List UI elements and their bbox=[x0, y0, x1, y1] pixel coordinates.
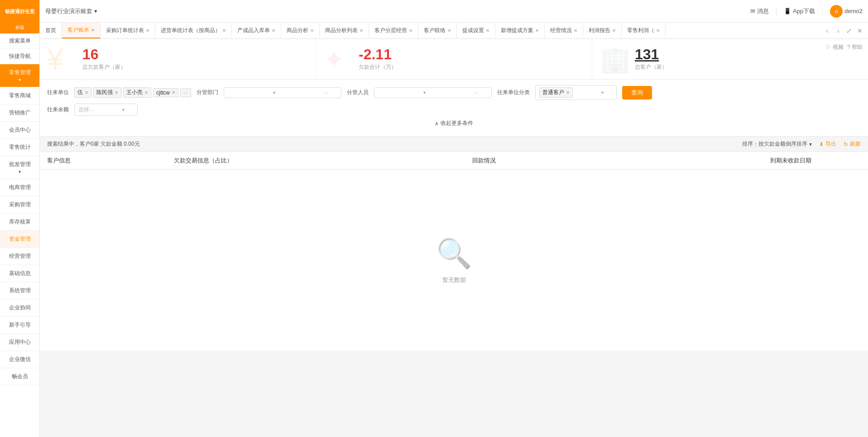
tab-expand[interactable]: ⤢ bbox=[844, 26, 854, 35]
tab-new-promotion[interactable]: 新增提成方案 ✕ bbox=[495, 23, 545, 38]
collapse-btn[interactable]: ∧ 收起更多条件 bbox=[47, 119, 861, 127]
tab-promotion-settings-label: 提成设置 bbox=[462, 27, 484, 34]
tab-purchase-order[interactable]: 采购订单统计表 ✕ bbox=[101, 23, 155, 38]
stat-money-bg-icon: ¥ bbox=[47, 43, 63, 76]
sidebar-item-fund-mgmt[interactable]: 资金管理 bbox=[0, 231, 39, 248]
sort-select[interactable]: 排序：按欠款金额倒序排序 ▾ bbox=[742, 140, 812, 148]
category-filter-select[interactable]: 普通客户 ✕ ▾ bbox=[535, 85, 617, 100]
dept-filter-select[interactable]: ▾ ··· bbox=[224, 87, 341, 98]
tab-close-all[interactable]: ✕ bbox=[855, 26, 864, 35]
sidebar-item-enterprise-coop[interactable]: 企业协同 bbox=[0, 299, 39, 317]
search-result-actions: 排序：按欠款金额倒序排序 ▾ ⬇ 导出 ↻ 刷新 bbox=[742, 140, 861, 148]
tab-customer-contact-close[interactable]: ✕ bbox=[447, 28, 451, 33]
help-btn[interactable]: ? 帮助 bbox=[847, 43, 863, 51]
category-tag-remove[interactable]: ✕ bbox=[566, 90, 570, 95]
unit-tag-wu-remove[interactable]: ✕ bbox=[85, 90, 88, 95]
sidebar: 畅捷通好生意 标版 搜索菜单 快捷导航 零售管理 ▾ 零售商城 营销推广 会员中… bbox=[0, 0, 40, 437]
tab-profit-report[interactable]: 利润报告 ✕ bbox=[583, 23, 622, 38]
sidebar-item-retail-store[interactable]: 零售商城 bbox=[0, 87, 39, 104]
user-profile[interactable]: d demo2 bbox=[830, 5, 863, 18]
unit-tag-chen[interactable]: 陈民强 ✕ bbox=[93, 87, 121, 98]
tab-customer-tier-label: 客户分层经营 bbox=[374, 27, 407, 34]
col-owe-transaction: 欠款交易信息（占比） bbox=[174, 157, 472, 165]
sidebar-item-purchase-mgmt[interactable]: 采购管理 bbox=[0, 196, 39, 214]
sidebar-item-enterprise-wechat[interactable]: 企业微信 bbox=[0, 351, 39, 368]
unit-tags-more[interactable]: ··· bbox=[180, 88, 191, 97]
sidebar-item-new-guide[interactable]: 新手引导 bbox=[0, 317, 39, 334]
sidebar-item-ecom-mgmt[interactable]: 电商管理 bbox=[0, 179, 39, 196]
unit-tag-wang[interactable]: 王小亮 ✕ bbox=[123, 87, 151, 98]
tab-product-inbound[interactable]: 产成品入库单 ✕ bbox=[232, 23, 281, 38]
tab-new-promotion-close[interactable]: ✕ bbox=[535, 28, 539, 33]
user-name: demo2 bbox=[844, 8, 863, 14]
account-selector[interactable]: 母婴行业演示账套 ▾ bbox=[45, 7, 97, 15]
collapse-row: ∧ 收起更多条件 bbox=[47, 116, 861, 131]
tab-purchase-stats-close[interactable]: ✕ bbox=[222, 28, 226, 33]
video-btn[interactable]: ▷ 视频 bbox=[826, 43, 844, 51]
app-download-btn[interactable]: 📱 App下载 bbox=[784, 7, 815, 15]
tab-ops-situation[interactable]: 经营情况 ✕ bbox=[545, 23, 583, 38]
marketing-label: 营销推广 bbox=[3, 109, 37, 117]
sidebar-item-sys-mgmt[interactable]: 系统管理 bbox=[0, 282, 39, 299]
tab-retail-profit[interactable]: 零售利润（ ✕ bbox=[622, 23, 666, 38]
sidebar-item-search-menu[interactable]: 搜索菜单 bbox=[0, 33, 39, 49]
sidebar-item-retail-mgmt[interactable]: 零售管理 ▾ bbox=[0, 64, 39, 87]
unit-tag-cjttcw[interactable]: cjttcw ✕ bbox=[153, 88, 178, 97]
sidebar-item-inventory[interactable]: 库存核算 bbox=[0, 214, 39, 231]
wholesale-mgmt-arrow: ▾ bbox=[3, 169, 37, 174]
person-clear-btn[interactable]: ··· bbox=[474, 90, 479, 96]
messages-btn[interactable]: ✉ 消息 bbox=[750, 7, 769, 15]
tab-promotion-settings-close[interactable]: ✕ bbox=[486, 28, 489, 33]
tab-scroll-left[interactable]: ‹ bbox=[823, 26, 832, 35]
stat-minus-bg-icon: ✦ bbox=[323, 44, 345, 74]
tab-profit-report-close[interactable]: ✕ bbox=[612, 28, 616, 33]
ops-mgmt-label: 经营管理 bbox=[3, 252, 37, 260]
stat-total-owe-customers: ¥ 16 总欠款客户（家） bbox=[40, 39, 316, 79]
sidebar-item-retail-stats[interactable]: 零售统计 bbox=[0, 139, 39, 156]
sidebar-item-ops-mgmt[interactable]: 经营管理 bbox=[0, 248, 39, 265]
unit-tag-wu[interactable]: 伍 ✕ bbox=[74, 87, 91, 98]
tab-scroll-right[interactable]: › bbox=[834, 26, 843, 35]
person-filter-select[interactable]: ▾ ··· bbox=[374, 87, 492, 98]
tab-customer-tier[interactable]: 客户分层经营 ✕ bbox=[369, 23, 418, 38]
tab-retail-profit-close[interactable]: ✕ bbox=[656, 28, 660, 33]
tab-home[interactable]: 首页 bbox=[40, 23, 62, 38]
sidebar-item-vip-member[interactable]: 畅会员 bbox=[0, 368, 39, 385]
tab-product-analysis[interactable]: 商品分析 ✕ bbox=[281, 23, 320, 38]
unit-tag-chen-remove[interactable]: ✕ bbox=[115, 90, 118, 95]
query-button[interactable]: 查询 bbox=[622, 86, 652, 100]
tab-home-label: 首页 bbox=[45, 27, 56, 34]
tab-product-analysis-close[interactable]: ✕ bbox=[310, 28, 314, 33]
tab-product-analysis-list[interactable]: 商品分析列表 ✕ bbox=[320, 23, 369, 38]
sidebar-item-wholesale-mgmt[interactable]: 批发管理 ▾ bbox=[0, 156, 39, 179]
tab-customer-tier-close[interactable]: ✕ bbox=[409, 28, 412, 33]
main-area: 母婴行业演示账套 ▾ ✉ 消息 📱 App下载 d demo2 首页 bbox=[40, 0, 868, 437]
tab-product-inbound-close[interactable]: ✕ bbox=[272, 28, 275, 33]
tab-purchase-order-close[interactable]: ✕ bbox=[146, 28, 149, 33]
unit-tag-cjttcw-remove[interactable]: ✕ bbox=[172, 90, 175, 95]
tab-ops-situation-close[interactable]: ✕ bbox=[574, 28, 577, 33]
empty-icon: 🔍 bbox=[436, 237, 472, 271]
unit-filter-label: 往来单位 bbox=[47, 89, 69, 96]
tab-promotion-settings[interactable]: 提成设置 ✕ bbox=[457, 23, 495, 38]
sidebar-item-basic-info[interactable]: 基础信息 bbox=[0, 265, 39, 282]
sidebar-item-app-center[interactable]: 应用中心 bbox=[0, 334, 39, 351]
balance-filter-select[interactable]: 选择... ▾ bbox=[74, 104, 138, 116]
category-tag[interactable]: 普通客户 ✕ bbox=[539, 87, 573, 98]
refresh-btn[interactable]: ↻ 刷新 bbox=[844, 140, 861, 148]
logo-subtitle: 标版 bbox=[0, 23, 39, 33]
unit-tag-wang-remove[interactable]: ✕ bbox=[144, 90, 148, 95]
tab-customer-account-label: 客户账本 bbox=[67, 26, 89, 34]
tab-purchase-stats[interactable]: 进货单统计表（按商品） ✕ bbox=[155, 23, 232, 38]
topbar: 母婴行业演示账套 ▾ ✉ 消息 📱 App下载 d demo2 bbox=[40, 0, 868, 23]
sort-arrow: ▾ bbox=[809, 141, 812, 147]
sidebar-item-member-center[interactable]: 会员中心 bbox=[0, 122, 39, 139]
tab-product-analysis-list-close[interactable]: ✕ bbox=[360, 28, 363, 33]
tab-customer-account-close[interactable]: ✕ bbox=[91, 28, 95, 33]
dept-clear-btn[interactable]: ··· bbox=[324, 90, 328, 96]
tab-customer-account[interactable]: 客户账本 ✕ bbox=[62, 23, 101, 38]
tab-customer-contact[interactable]: 客户联络 ✕ bbox=[418, 23, 457, 38]
export-btn[interactable]: ⬇ 导出 bbox=[819, 140, 836, 148]
sidebar-item-quick-nav[interactable]: 快捷导航 bbox=[0, 49, 39, 64]
sidebar-item-marketing[interactable]: 营销推广 bbox=[0, 104, 39, 122]
